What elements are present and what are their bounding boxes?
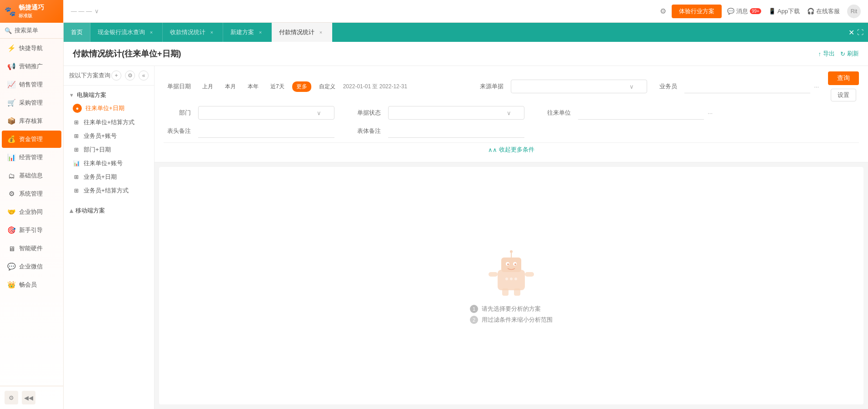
tab-close-all-icon[interactable]: ✕ [848,28,854,37]
content-area: 按以下方案查询 + ⚙ « ▼ 电脑端方案 ● 往来单位+日期 [64,66,868,409]
message-label: 消息 [736,7,748,15]
breadcrumb-path: — — — [71,8,92,15]
filter-settings-btn[interactable]: 设置 [831,89,856,101]
hardware-icon: 🖥 [7,244,15,252]
sidebar-item-label: 快捷导航 [19,44,43,52]
sidebar-item-label: 营销推广 [19,62,43,71]
settings-bottom-btn[interactable]: ⚙ [5,391,18,404]
scheme-salesperson-account[interactable]: ⊞ 业务员+账号 [69,129,149,143]
sidebar-item-sales[interactable]: 📈 销售管理 [2,76,61,93]
sidebar-item-quick-nav[interactable]: ⚡ 快捷导航 [2,40,61,57]
tab-new-scheme[interactable]: 新建方案 × [223,23,272,42]
sidebar-item-system[interactable]: ⚙ 系统管理 [2,185,61,202]
refresh-btn[interactable]: ↻ 刷新 [840,50,859,58]
scheme-settings-btn[interactable]: ⚙ [125,71,135,81]
sidebar-item-label: 新手引导 [19,226,43,234]
search-icon: 🔍 [5,27,12,34]
sidebar-item-label: 库存核算 [19,117,43,125]
sidebar-item-finance[interactable]: 💰 资金管理 [2,131,61,148]
marketing-icon: 📢 [7,62,15,71]
tab-home[interactable]: 首页 [64,23,90,42]
collapse-sidebar-btn[interactable]: ◀◀ [22,391,35,404]
tab-actions: ✕ ⛶ [844,23,868,42]
export-label: 导出 [823,50,835,58]
custom-date-btn[interactable]: 自定义 [315,81,339,92]
sidebar: 🐾 畅捷通巧 标准版 🔍 搜索菜单 ⚡ 快捷导航 📢 营销推广 📈 销售管理 🛒… [0,0,64,409]
sidebar-item-enterprise[interactable]: 🤝 企业协同 [2,203,61,221]
sidebar-item-operations[interactable]: 📊 经营管理 [2,149,61,166]
table-icon-5: ⊞ [73,187,80,194]
user-avatar[interactable]: Rit [847,5,861,18]
collapse-panel-btn[interactable]: « [139,71,149,81]
dept-select[interactable]: ∨ [198,106,334,120]
more-date-btn[interactable]: 更多 [292,81,311,92]
message-btn[interactable]: 💬 消息 99+ [727,7,761,15]
salesperson-input[interactable] [684,80,810,93]
search-menu[interactable]: 🔍 搜索菜单 [0,23,63,39]
doc-status-select[interactable]: ∨ [388,106,524,120]
filter-row-3: 表头备注 表体备注 [164,124,859,138]
sidebar-item-hardware[interactable]: 🖥 智能硬件 [2,240,61,257]
topbar: — — — ∨ ⚙ 体验行业方案 💬 消息 99+ 📱 App下载 🎧 在线客服… [64,0,868,23]
tab-payment-stats[interactable]: 付款情况统计 × [272,23,332,42]
add-scheme-btn[interactable]: + [111,71,121,81]
sidebar-item-inventory[interactable]: 📦 库存核算 [2,112,61,130]
query-btn[interactable]: 查询 [828,71,859,85]
collapse-more-conditions-btn[interactable]: ∧∧ 收起更多条件 [164,142,859,157]
app-download-btn[interactable]: 📱 App下载 [768,7,800,15]
tab-payment-stats-close[interactable]: × [317,29,324,36]
svg-point-5 [514,263,516,265]
source-select-arrow: ∨ [629,83,634,90]
body-note-input[interactable] [388,124,524,138]
mobile-group-title[interactable]: ▶ 移动端方案 [69,205,149,217]
hint-num-1: 1 [470,305,478,313]
mobile-scheme-group: ▶ 移动端方案 [64,201,154,220]
online-service-btn[interactable]: 🎧 在线客服 [807,7,840,15]
right-panel: 单据日期 上月 本月 本年 近7天 更多 自定义 2022-01-01 至 20… [155,66,868,409]
scheme-unit-settlement[interactable]: ⊞ 往来单位+结算方式 [69,116,149,129]
related-unit-input[interactable] [578,106,704,120]
filter-actions: 查询 设置 [828,71,859,101]
last-month-btn[interactable]: 上月 [198,81,217,92]
salesperson-dots-btn[interactable]: ··· [812,81,821,92]
sidebar-item-wechat[interactable]: 💬 企业微信 [2,258,61,275]
breadcrumb-chevron: ∨ [95,8,99,15]
desktop-group-title[interactable]: ▼ 电脑端方案 [69,89,149,101]
scheme-unit-account-label: 往来单位+账号 [84,159,123,167]
hint-text-1: 请先选择要分析的方案 [482,305,541,313]
tab-expand-icon[interactable]: ⛶ [857,29,863,36]
related-unit-dots-btn[interactable]: ··· [706,108,714,118]
scheme-dept-date[interactable]: ⊞ 部门+日期 [69,143,149,157]
filter-row-1: 单据日期 上月 本月 本年 近7天 更多 自定义 2022-01-01 至 20… [164,71,859,101]
doc-status-filter-label: 单据状态 [349,109,381,117]
scheme-unit-account[interactable]: 📊 往来单位+账号 [69,157,149,170]
dept-select-arrow: ∨ [317,110,321,116]
tab-bank-flow[interactable]: 现金银行流水查询 × [90,23,163,42]
source-select[interactable]: ∨ [511,80,647,93]
hint-text-2: 用过滤条件来缩小分析范围 [482,316,553,324]
guide-icon: 🎯 [7,226,15,234]
tab-receipt-stats[interactable]: 收款情况统计 × [163,23,223,42]
service-icon: 🎧 [807,8,814,15]
sidebar-item-purchase[interactable]: 🛒 采购管理 [2,94,61,111]
tab-bank-flow-close[interactable]: × [148,29,155,36]
trial-btn[interactable]: 体验行业方案 [672,5,722,18]
sidebar-item-member[interactable]: 👑 畅会员 [2,276,61,293]
this-year-btn[interactable]: 本年 [244,81,263,92]
scheme-salesperson-date[interactable]: ⊞ 业务员+日期 [69,170,149,184]
tab-receipt-stats-close[interactable]: × [208,29,215,36]
tab-payment-stats-label: 付款情况统计 [279,28,314,36]
last-7-days-btn[interactable]: 近7天 [266,81,289,92]
scheme-salesperson-settlement[interactable]: ⊞ 业务员+结算方式 [69,184,149,197]
message-icon: 💬 [727,8,734,15]
export-btn[interactable]: ↑ 导出 [818,50,835,58]
tab-new-scheme-close[interactable]: × [257,29,264,36]
topbar-settings-icon[interactable]: ⚙ [660,7,666,15]
sidebar-item-basics[interactable]: 🗂 基础信息 [2,167,61,184]
sidebar-item-guide[interactable]: 🎯 新手引导 [2,222,61,239]
sidebar-item-marketing[interactable]: 📢 营销推广 [2,58,61,75]
header-note-input[interactable] [198,124,334,138]
this-month-btn[interactable]: 本月 [221,81,240,92]
scheme-unit-date[interactable]: ● 往来单位+日期 [69,101,149,116]
left-panel-header-actions: + ⚙ « [111,71,149,81]
